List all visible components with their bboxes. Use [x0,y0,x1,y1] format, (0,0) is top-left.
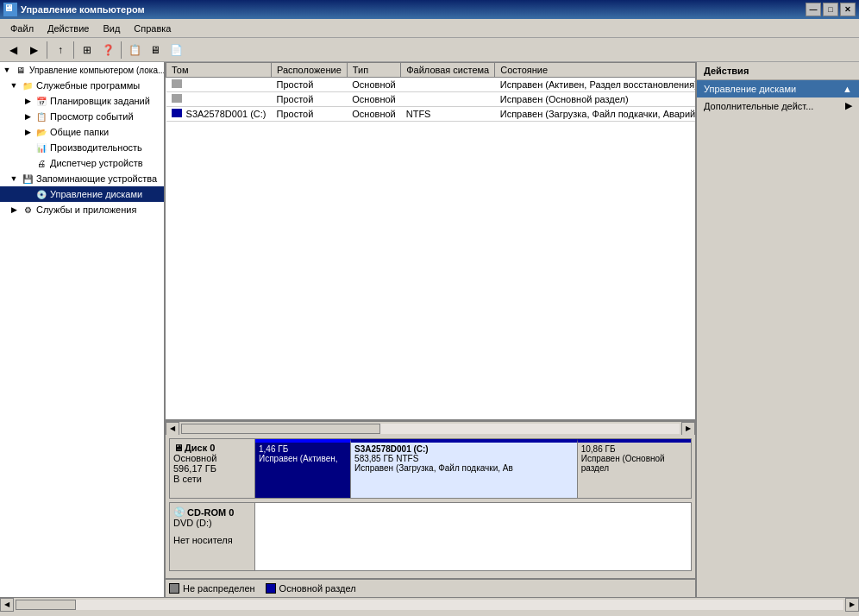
tree-item-diskmgmt[interactable]: ▶ 💿 Управление дисками [0,186,164,202]
tree-item-events[interactable]: ▶ 📋 Просмотр событий [0,109,164,124]
tree-item-perf[interactable]: ▶ 📊 Производительность [0,140,164,155]
toolbar-separator-2 [73,41,74,59]
cdrom-drive: DVD (D:) [173,518,251,528]
scroll-right-button[interactable]: ▶ [681,422,695,436]
display-button[interactable]: 🖥 [146,41,165,60]
left-panel: ▼ 🖥 Управление компьютером (лока... ▼ 📁 … [0,62,166,597]
forward-button[interactable]: ▶ [24,41,43,60]
disk-0-partitions: 1,46 ГБ Исправен (Активен, S3A2578D001 (… [255,438,692,499]
action-item-more[interactable]: Дополнительные дейст... ▶ [697,97,859,114]
menu-help[interactable]: Справка [127,22,178,35]
expand-shared[interactable]: ▶ [21,125,34,139]
tree-item-storage[interactable]: ▼ 💾 Запоминающие устройства [0,171,164,186]
expand-services[interactable]: ▼ [7,79,21,92]
action-item-label: Дополнительные дейст... [704,101,813,111]
disk-0-row: 🖥 Диск 0 Основной 596,17 ГБ В сети 1,46 … [169,438,692,499]
menu-view[interactable]: Вид [96,22,127,35]
col-volume[interactable]: Том [166,63,272,78]
cell-fs-0 [401,78,495,92]
disk-visual-area: 🖥 Диск 0 Основной 596,17 ГБ В сети 1,46 … [166,435,695,578]
scroll-track[interactable] [181,424,680,434]
toolbar-separator-1 [47,41,47,59]
partition-0-2[interactable]: 10,86 ГБ Исправен (Основной раздел [578,439,691,498]
maximize-button[interactable]: □ [823,3,838,16]
disk-0-status: В сети [173,474,251,484]
disk-0-name: 🖥 Диск 0 [173,443,251,453]
action-section-diskmgmt[interactable]: Управление дисками ▲ [697,80,859,97]
table-row[interactable]: Простой Основной Исправен (Активен, Разд… [166,78,696,92]
middle-panel: Том Расположение Тип Файловая система Со… [166,62,695,597]
up-button[interactable]: ↑ [51,41,70,60]
disk-table-area[interactable]: Том Расположение Тип Файловая система Со… [166,62,695,421]
expand-storage[interactable]: ▼ [7,172,21,185]
chevron-right-icon: ▶ [845,100,852,111]
tree-item-services[interactable]: ▼ 📁 Служебные программы [0,78,164,93]
cdrom-status: Нет носителя [173,535,251,545]
menu-action[interactable]: Действие [41,22,96,35]
legend-label-primary: Основной раздел [279,583,356,594]
cell-type-0: Основной [347,78,400,92]
cell-status-0: Исправен (Активен, Раздел восстановления… [495,78,695,92]
horizontal-scrollbar[interactable]: ◀ ▶ [166,421,695,435]
tree-root[interactable]: ▼ 🖥 Управление компьютером (лока... [0,62,164,78]
partition-0-0[interactable]: 1,46 ГБ Исправен (Активен, [255,439,351,498]
cell-name-1 [166,92,272,107]
col-fs[interactable]: Файловая система [401,63,495,78]
partition-status-2: Исправен (Основной раздел [581,454,687,473]
scroll-left-button[interactable]: ◀ [166,422,179,436]
partition-0-1[interactable]: S3A2578D001 (C:) 583,85 ГБ NTFS Исправен… [351,439,578,498]
menu-file[interactable]: Файл [3,22,41,35]
legend-primary: Основной раздел [266,583,356,594]
bottom-scroll-track[interactable] [16,600,843,610]
tree-item-shared[interactable]: ▶ 📂 Общие папки [0,124,164,140]
cdrom-icon: 💿 [173,506,185,518]
scroll-thumb[interactable] [181,424,380,434]
cell-type-2: Основной [347,107,400,122]
show-hide-button[interactable]: ⊞ [78,41,97,60]
perf-icon: 📊 [34,141,48,154]
export-button[interactable]: 📄 [166,41,185,60]
tree-item-scheduler[interactable]: ▶ 📅 Планировщик заданий [0,93,164,109]
scroll-bottom-left-button[interactable]: ◀ [0,598,14,612]
expand-svcapp[interactable]: ▶ [7,203,21,217]
minimize-button[interactable]: — [806,3,821,16]
col-status[interactable]: Состояние [495,63,695,78]
cell-location-1: Простой [272,92,348,107]
tree-root-label: Управление компьютером (лока... [29,66,165,75]
drive-icon-2 [172,109,182,117]
bottom-scrollbar[interactable]: ◀ ▶ [0,597,859,611]
tree-item-devmgr[interactable]: ▶ 🖨 Диспетчер устройств [0,155,164,171]
scroll-bottom-right-button[interactable]: ▶ [845,598,859,612]
svcapp-icon: ⚙ [21,203,34,217]
events-icon: 📋 [34,110,48,123]
tree-item-svcapp[interactable]: ▶ ⚙ Службы и приложения [0,202,164,217]
col-location[interactable]: Расположение [272,63,348,78]
disk-0-label: 🖥 Диск 0 Основной 596,17 ГБ В сети [169,438,255,499]
legend-label-unallocated: Не распределен [183,583,255,594]
expand-scheduler[interactable]: ▶ [21,94,34,108]
table-row[interactable]: Простой Основной Исправен (Основной разд… [166,92,696,107]
right-panel: Действия Управление дисками ▲ Дополнител… [695,62,859,597]
title-bar-text: Управление компьютером [21,4,145,15]
expand-events[interactable]: ▶ [21,110,34,123]
folder-icon: 📁 [21,79,34,92]
cell-type-1: Основной [347,92,400,107]
app-icon: 🖥 [3,3,17,16]
partition-status-label: Исправен (Активен, [259,454,347,463]
expand-root[interactable]: ▼ [0,63,14,77]
toolbar-separator-3 [121,41,122,59]
bottom-scroll-thumb[interactable] [16,600,76,610]
properties-button[interactable]: 📋 [125,41,144,60]
table-row[interactable]: S3A2578D001 (C:) Простой Основной NTFS И… [166,107,696,122]
scheduler-icon: 📅 [34,94,48,108]
cell-fs-2: NTFS [401,107,495,122]
disk-table: Том Расположение Тип Файловая система Со… [166,62,695,122]
cell-status-1: Исправен (Основной раздел) [495,92,695,107]
help-button[interactable]: ❓ [98,41,117,60]
cell-fs-1 [401,92,495,107]
cell-location-0: Простой [272,78,348,92]
back-button[interactable]: ◀ [3,41,22,60]
diskmgmt-icon: 💿 [34,187,48,201]
col-type[interactable]: Тип [347,63,400,78]
close-button[interactable]: ✕ [840,3,856,16]
